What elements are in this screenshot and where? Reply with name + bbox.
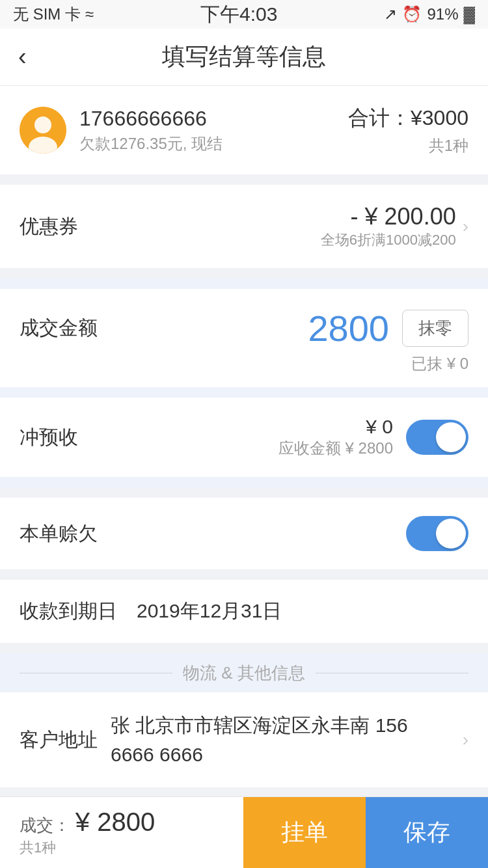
total-amount: 合计：¥3000 xyxy=(348,104,468,133)
precollect-toggle[interactable] xyxy=(406,420,468,455)
coupon-right: - ¥ 200.00 全场6折满1000减200 › xyxy=(321,203,468,250)
deal-section: 成交金额 2800 抹零 已抹 ¥ 0 xyxy=(0,289,488,387)
page-title: 填写结算等信息 xyxy=(162,41,326,73)
hang-button[interactable]: 挂单 xyxy=(243,797,366,869)
address-label: 客户地址 xyxy=(20,727,98,753)
customer-info: 17666666666 欠款1276.35元, 现结 xyxy=(79,107,223,154)
save-button[interactable]: 保存 xyxy=(366,797,488,869)
status-time: 下午4:03 xyxy=(200,1,277,28)
status-left: 无 SIM 卡 ≈ xyxy=(13,4,94,25)
section-divider-text: 物流 & 其他信息 xyxy=(172,662,316,685)
deal-sub: 已抹 ¥ 0 xyxy=(20,353,468,374)
debt-label: 本单赊欠 xyxy=(20,521,98,547)
battery-icon: ▓ xyxy=(464,5,476,23)
bottom-deal-row: 成交： ¥ 2800 xyxy=(20,807,224,837)
duedate-row: 收款到期日 2019年12月31日 xyxy=(20,598,468,625)
address-row: 客户地址 张 北京市市辖区海淀区永丰南 156 6666 6666 › xyxy=(20,711,468,769)
total-count: 共1种 xyxy=(348,135,468,156)
bottom-deal-label: 成交： xyxy=(20,815,70,835)
customer-phone: 17666666666 xyxy=(79,107,223,131)
debt-toggle[interactable] xyxy=(406,516,468,551)
duedate-section: 收款到期日 2019年12月31日 xyxy=(0,580,488,643)
back-button[interactable]: ‹ xyxy=(18,43,27,71)
customer-right: 合计：¥3000 共1种 xyxy=(348,104,468,156)
location-icon: ↗ xyxy=(384,5,397,23)
bottom-bar: 成交： ¥ 2800 共1种 挂单 保存 xyxy=(0,796,488,868)
customer-card: 17666666666 欠款1276.35元, 现结 合计：¥3000 共1种 xyxy=(0,86,488,174)
deal-label: 成交金额 xyxy=(20,315,98,342)
status-bar: 无 SIM 卡 ≈ 下午4:03 ↗ ⏰ 91% ▓ xyxy=(0,0,488,29)
status-right: ↗ ⏰ 91% ▓ xyxy=(384,5,475,23)
coupon-discount: - ¥ 200.00 xyxy=(321,203,456,230)
coupon-desc: 全场6折满1000减200 xyxy=(321,230,456,250)
debt-row: 本单赊欠 xyxy=(20,516,468,551)
nav-bar: ‹ 填写结算等信息 xyxy=(0,29,488,86)
bottom-amount: ¥ 2800 xyxy=(75,807,155,836)
precollect-right: ¥ 0 应收金额 ¥ 2800 xyxy=(278,416,468,459)
round-button[interactable]: 抹零 xyxy=(402,310,468,347)
customer-left: 17666666666 欠款1276.35元, 现结 xyxy=(20,107,223,154)
deal-right: 2800 抹零 xyxy=(308,307,468,349)
duedate-label: 收款到期日 xyxy=(20,598,117,625)
precollect-label: 冲预收 xyxy=(20,424,78,451)
bottom-info: 成交： ¥ 2800 共1种 xyxy=(0,807,243,858)
precollect-section: 冲预收 ¥ 0 应收金额 ¥ 2800 xyxy=(0,398,488,477)
address-section[interactable]: 客户地址 张 北京市市辖区海淀区永丰南 156 6666 6666 › xyxy=(0,692,488,787)
coupon-row[interactable]: 优惠券 - ¥ 200.00 全场6折满1000减200 › xyxy=(0,185,488,268)
debt-section: 本单赊欠 xyxy=(0,498,488,569)
battery-level: 91% xyxy=(427,5,458,23)
sim-status: 无 SIM 卡 ≈ xyxy=(13,4,94,25)
section-divider: 物流 & 其他信息 xyxy=(0,653,488,692)
bottom-count: 共1种 xyxy=(20,838,224,858)
avatar xyxy=(20,107,66,154)
precollect-sub: 应收金额 ¥ 2800 xyxy=(278,438,393,459)
deal-row: 成交金额 2800 抹零 xyxy=(20,307,468,349)
address-value: 张 北京市市辖区海淀区永丰南 156 6666 6666 xyxy=(98,711,463,769)
deal-amount: 2800 xyxy=(308,307,389,349)
svg-point-1 xyxy=(34,116,51,133)
content: 17666666666 欠款1276.35元, 现结 合计：¥3000 共1种 … xyxy=(0,86,488,868)
chevron-right-icon: › xyxy=(463,216,468,237)
precollect-amount-row: ¥ 0 应收金额 ¥ 2800 xyxy=(278,416,468,459)
coupon-label: 优惠券 xyxy=(20,213,78,240)
precollect-row: 冲预收 ¥ 0 应收金额 ¥ 2800 xyxy=(20,416,468,459)
customer-sub: 欠款1276.35元, 现结 xyxy=(79,133,223,154)
precollect-amount: ¥ 0 xyxy=(278,416,393,438)
duedate-value: 2019年12月31日 xyxy=(137,598,282,625)
alarm-icon: ⏰ xyxy=(402,5,422,23)
address-chevron-icon: › xyxy=(463,729,468,750)
